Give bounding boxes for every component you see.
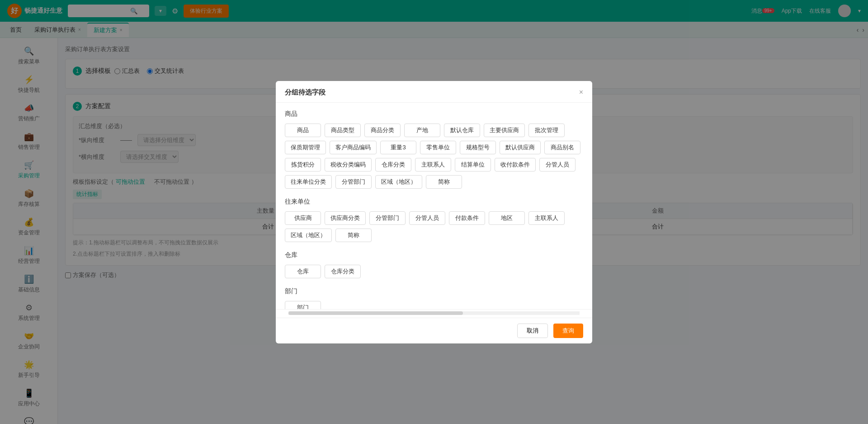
category-partner-title: 往来单位 <box>285 198 583 206</box>
tag-partner-contact[interactable]: 主联系人 <box>528 211 565 225</box>
dept-tags: 部门 <box>285 301 583 309</box>
tag-default-warehouse[interactable]: 默认仓库 <box>444 124 480 137</box>
tag-origin[interactable]: 产地 <box>404 124 440 137</box>
tag-partner-region[interactable]: 区域（地区） <box>285 229 332 242</box>
tag-region[interactable]: 区域（地区） <box>375 175 422 189</box>
tag-partner-manager[interactable]: 分管人员 <box>409 211 445 225</box>
tag-partner-abbr[interactable]: 简称 <box>335 229 372 242</box>
modal-overlay: 分组待选字段 × 商品 商品 商品类型 商品分类 产地 默认仓库 主要供应商 批… <box>0 0 868 424</box>
tag-pick-points[interactable]: 拣货积分 <box>285 158 321 172</box>
tag-abbr[interactable]: 简称 <box>426 175 462 189</box>
tag-goods-alias[interactable]: 商品别名 <box>544 141 580 154</box>
modal-body: 商品 商品 商品类型 商品分类 产地 默认仓库 主要供应商 批次管理 保质期管理… <box>276 103 592 309</box>
modal-footer: 取消 查询 <box>276 318 592 343</box>
modal-title: 分组待选字段 <box>285 88 326 97</box>
category-warehouse-title: 仓库 <box>285 251 583 259</box>
tag-settle-unit[interactable]: 结算单位 <box>455 158 491 172</box>
tag-default-supplier[interactable]: 默认供应商 <box>500 141 541 154</box>
tag-warehouse[interactable]: 仓库 <box>285 265 321 278</box>
tag-batch-mgmt[interactable]: 批次管理 <box>528 124 565 137</box>
tag-manager[interactable]: 分管人员 <box>539 158 576 172</box>
modal-hscroll-area <box>276 309 592 318</box>
category-dept-title: 部门 <box>285 287 583 295</box>
tag-goods-type[interactable]: 商品类型 <box>325 124 361 137</box>
modal-confirm-button[interactable]: 查询 <box>553 324 583 338</box>
modal-hscrollbar-thumb <box>288 311 463 315</box>
tag-goods[interactable]: 商品 <box>285 124 321 137</box>
tag-warehouse-cat[interactable]: 仓库分类 <box>375 158 411 172</box>
modal-close-button[interactable]: × <box>579 88 583 96</box>
tag-supplier-cat[interactable]: 供应商分类 <box>325 211 366 225</box>
tag-shelf-life[interactable]: 保质期管理 <box>285 141 326 154</box>
tag-supplier[interactable]: 供应商 <box>285 211 321 225</box>
tag-partner-cat[interactable]: 往来单位分类 <box>285 175 332 189</box>
category-partner: 往来单位 供应商 供应商分类 分管部门 分管人员 付款条件 地区 主联系人 区域… <box>285 198 583 242</box>
category-warehouse: 仓库 仓库 仓库分类 <box>285 251 583 278</box>
modal-cancel-button[interactable]: 取消 <box>517 324 548 338</box>
partner-tags: 供应商 供应商分类 分管部门 分管人员 付款条件 地区 主联系人 区域（地区） … <box>285 211 583 242</box>
category-goods-title: 商品 <box>285 110 583 118</box>
tag-customer-code[interactable]: 客户商品编码 <box>330 141 377 154</box>
tag-area[interactable]: 地区 <box>489 211 525 225</box>
goods-tags: 商品 商品类型 商品分类 产地 默认仓库 主要供应商 批次管理 保质期管理 客户… <box>285 124 583 189</box>
tag-goods-category[interactable]: 商品分类 <box>364 124 401 137</box>
modal-hscrollbar[interactable] <box>288 311 580 315</box>
tag-main-supplier[interactable]: 主要供应商 <box>484 124 525 137</box>
tag-dept[interactable]: 分管部门 <box>335 175 372 189</box>
category-dept: 部门 部门 <box>285 287 583 309</box>
tag-retail-unit[interactable]: 零售单位 <box>420 141 456 154</box>
category-goods: 商品 商品 商品类型 商品分类 产地 默认仓库 主要供应商 批次管理 保质期管理… <box>285 110 583 189</box>
tag-partner-dept[interactable]: 分管部门 <box>369 211 406 225</box>
tag-payment-cond[interactable]: 付款条件 <box>449 211 485 225</box>
modal-dialog: 分组待选字段 × 商品 商品 商品类型 商品分类 产地 默认仓库 主要供应商 批… <box>276 81 592 343</box>
modal-header: 分组待选字段 × <box>276 81 592 103</box>
warehouse-tags: 仓库 仓库分类 <box>285 265 583 278</box>
tag-tax-code[interactable]: 税收分类编码 <box>325 158 372 172</box>
tag-payment-terms[interactable]: 收付款条件 <box>495 158 536 172</box>
tag-weight3[interactable]: 重量3 <box>380 141 416 154</box>
tag-main-contact[interactable]: 主联系人 <box>415 158 451 172</box>
tag-spec-model[interactable]: 规格型号 <box>460 141 496 154</box>
tag-department[interactable]: 部门 <box>285 301 321 309</box>
tag-wh-category[interactable]: 仓库分类 <box>325 265 361 278</box>
